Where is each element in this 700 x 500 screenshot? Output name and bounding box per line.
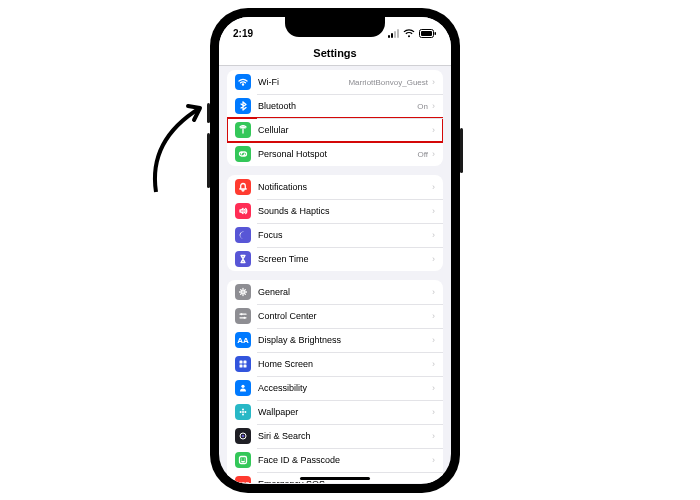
settings-row-sounds[interactable]: Sounds & Haptics›: [227, 199, 443, 223]
svg-rect-9: [244, 365, 247, 368]
svg-point-10: [241, 385, 244, 388]
settings-row-display[interactable]: AADisplay & Brightness›: [227, 328, 443, 352]
svg-point-14: [240, 411, 242, 413]
settings-group: General›Control Center›AADisplay & Brigh…: [227, 280, 443, 483]
row-label: Cellular: [258, 125, 432, 135]
chevron-right-icon: ›: [432, 78, 435, 87]
wifi-icon: [235, 74, 251, 90]
row-value: On: [417, 102, 428, 111]
row-label: Bluetooth: [258, 101, 417, 111]
face-icon: [235, 452, 251, 468]
svg-rect-18: [240, 457, 247, 464]
settings-list[interactable]: Wi-FiMarriottBonvoy_Guest›BluetoothOn›Ce…: [219, 66, 451, 483]
settings-row-controlcenter[interactable]: Control Center›: [227, 304, 443, 328]
row-label: Screen Time: [258, 254, 432, 264]
svg-point-11: [242, 411, 244, 413]
row-label: Display & Brightness: [258, 335, 432, 345]
chevron-right-icon: ›: [432, 288, 435, 297]
settings-row-siri[interactable]: Siri & Search›: [227, 424, 443, 448]
home-indicator[interactable]: [300, 477, 370, 480]
row-label: Sounds & Haptics: [258, 206, 432, 216]
row-label: Accessibility: [258, 383, 432, 393]
svg-point-13: [242, 413, 244, 415]
row-label: Notifications: [258, 182, 432, 192]
row-label: Focus: [258, 230, 432, 240]
svg-point-4: [241, 313, 243, 315]
flower-icon: [235, 404, 251, 420]
svg-rect-6: [240, 361, 243, 364]
chevron-right-icon: ›: [432, 480, 435, 484]
chevron-right-icon: ›: [432, 126, 435, 135]
settings-group: Wi-FiMarriottBonvoy_Guest›BluetoothOn›Ce…: [227, 70, 443, 166]
antenna-icon: [235, 122, 251, 138]
svg-rect-2: [435, 32, 437, 35]
settings-row-screentime[interactable]: Screen Time›: [227, 247, 443, 271]
chevron-right-icon: ›: [432, 183, 435, 192]
speaker-icon: [235, 203, 251, 219]
svg-point-17: [242, 435, 245, 438]
row-label: Home Screen: [258, 359, 432, 369]
settings-row-cellular[interactable]: Cellular›: [227, 118, 443, 142]
svg-rect-1: [421, 31, 432, 36]
notch: [285, 17, 385, 37]
svg-point-15: [244, 411, 246, 413]
svg-rect-8: [240, 365, 243, 368]
switches-icon: [235, 308, 251, 324]
settings-row-wallpaper[interactable]: Wallpaper›: [227, 400, 443, 424]
svg-point-19: [241, 459, 242, 460]
row-value: Off: [417, 150, 428, 159]
chevron-right-icon: ›: [432, 312, 435, 321]
wifi-status-icon: [403, 29, 415, 38]
bell-icon: [235, 179, 251, 195]
bluetooth-icon: [235, 98, 251, 114]
status-time: 2:19: [233, 28, 253, 39]
chevron-right-icon: ›: [432, 150, 435, 159]
svg-rect-7: [244, 361, 247, 364]
settings-group: Notifications›Sounds & Haptics›Focus›Scr…: [227, 175, 443, 271]
settings-row-focus[interactable]: Focus›: [227, 223, 443, 247]
settings-row-notifications[interactable]: Notifications›: [227, 175, 443, 199]
battery-icon: [419, 29, 437, 38]
phone-screen: 2:19 Settings Wi-FiMarriottBonvoy_Guest›…: [219, 17, 451, 484]
chevron-right-icon: ›: [432, 336, 435, 345]
text-icon: AA: [235, 332, 251, 348]
siri-icon: [235, 428, 251, 444]
chevron-right-icon: ›: [432, 102, 435, 111]
sos-icon: SOS: [235, 476, 251, 483]
gear-icon: [235, 284, 251, 300]
chevron-right-icon: ›: [432, 255, 435, 264]
row-value: MarriottBonvoy_Guest: [348, 78, 428, 87]
chevron-right-icon: ›: [432, 456, 435, 465]
cell-signal-icon: [388, 29, 399, 38]
svg-point-20: [244, 459, 245, 460]
settings-row-wifi[interactable]: Wi-FiMarriottBonvoy_Guest›: [227, 70, 443, 94]
annotation-arrow: [138, 100, 218, 200]
row-label: Wallpaper: [258, 407, 432, 417]
chevron-right-icon: ›: [432, 408, 435, 417]
chevron-right-icon: ›: [432, 432, 435, 441]
svg-point-12: [242, 409, 244, 411]
phone-frame: 2:19 Settings Wi-FiMarriottBonvoy_Guest›…: [210, 8, 460, 493]
person-icon: [235, 380, 251, 396]
grid-icon: [235, 356, 251, 372]
chevron-right-icon: ›: [432, 384, 435, 393]
settings-row-general[interactable]: General›: [227, 280, 443, 304]
settings-row-homescreen[interactable]: Home Screen›: [227, 352, 443, 376]
settings-row-bluetooth[interactable]: BluetoothOn›: [227, 94, 443, 118]
chevron-right-icon: ›: [432, 207, 435, 216]
svg-point-3: [242, 291, 245, 294]
moon-icon: [235, 227, 251, 243]
row-label: General: [258, 287, 432, 297]
row-label: Siri & Search: [258, 431, 432, 441]
page-title: Settings: [219, 45, 451, 66]
row-label: Personal Hotspot: [258, 149, 417, 159]
link-icon: [235, 146, 251, 162]
settings-row-accessibility[interactable]: Accessibility›: [227, 376, 443, 400]
row-label: Control Center: [258, 311, 432, 321]
row-label: Wi-Fi: [258, 77, 348, 87]
chevron-right-icon: ›: [432, 231, 435, 240]
settings-row-faceid[interactable]: Face ID & Passcode›: [227, 448, 443, 472]
row-label: Face ID & Passcode: [258, 455, 432, 465]
settings-row-hotspot[interactable]: Personal HotspotOff›: [227, 142, 443, 166]
svg-point-5: [244, 317, 246, 319]
